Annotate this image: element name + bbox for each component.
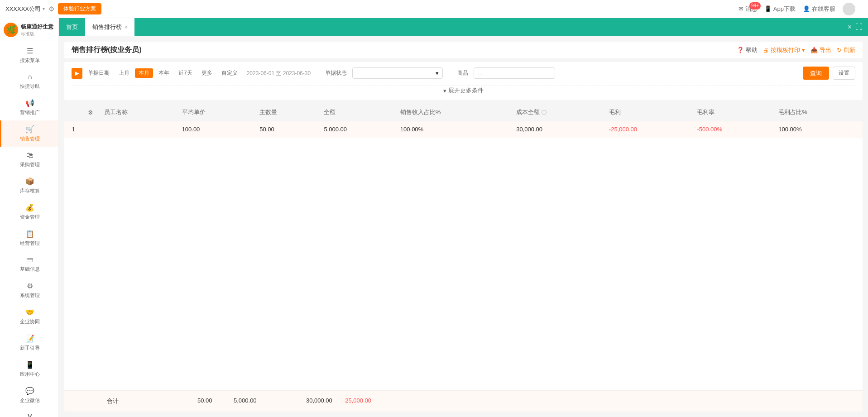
goods-filter-input[interactable]: ... [474,67,555,79]
cell-gross-rate: -500.00% [691,121,773,138]
chevron-down-icon: ▾ [43,6,45,11]
footer-amount: 5,000.00 [228,394,264,408]
print-button[interactable]: 🖨 按模板打印 ▾ [763,46,805,54]
tab-sales-ranking[interactable]: 销售排行榜 × [85,18,134,36]
company-selector[interactable]: XXXXXX公司 ▾ [5,5,45,13]
col-cost: 成本全额 ⓘ [511,104,604,121]
date-tab-custom[interactable]: 自定义 [218,68,241,78]
status-filter-select[interactable]: ▾ [352,67,443,79]
refresh-button[interactable]: ↻ 刷新 [837,46,855,54]
settings-icon[interactable]: ⚙ [48,5,54,13]
app-download-button[interactable]: 📱 App下载 [764,5,796,13]
goods-input-placeholder: ... [478,70,483,77]
footer-cost: 30,000.00 [301,394,338,408]
sidebar-label-purchase: 采购管理 [20,161,40,168]
cell-cost: 30,000.00 [511,121,604,138]
print-label: 按模板打印 [771,46,800,54]
export-icon: 📤 [810,47,818,53]
date-tabs: 上月 本月 本年 近7天 更多 自定义 [115,68,241,78]
search-menu-icon: ☰ [27,47,33,55]
page-header: 销售排行榜(按业务员) ❓ 帮助 🖨 按模板打印 ▾ 📤 导出 [64,42,863,58]
close-tab-icon[interactable]: × [848,23,852,31]
export-button[interactable]: 📤 导出 [810,46,831,54]
messages-button[interactable]: ✉ 消息 99+ [739,5,757,13]
tab-sales-label: 销售排行榜 [92,23,122,31]
online-service-button[interactable]: 👤 在线客服 [803,5,835,13]
col-gross: 毛利 [604,104,692,121]
online-service-label: 在线客服 [812,5,835,13]
cell-gross-pct: 100.00% [773,121,863,138]
fullscreen-icon[interactable]: ⛶ [855,23,863,31]
filter-toggle-button[interactable]: ▶ [72,68,82,79]
appstore-icon: 📱 [25,360,34,369]
sidebar-item-cooperation[interactable]: 🤝 企业协同 [0,303,58,330]
sidebar-item-finance[interactable]: 💰 资金管理 [0,199,58,225]
date-tab-this-month[interactable]: 本月 [135,68,153,78]
expand-conditions-button[interactable]: ▾ 展开更多条件 [443,86,484,95]
sidebar-item-quicknav[interactable]: ⌂ 快捷导航 [0,68,58,94]
sidebar-item-basic-info[interactable]: 🗃 基础信息 [0,251,58,277]
app-download-label: App下载 [773,5,796,13]
sidebar: 🌿 畅康通好生意 标准版 ☰ 搜索菜单 ⌂ 快捷导航 📢 营销推广 🛒 销售管理… [0,18,59,417]
avatar[interactable] [843,3,855,15]
sidebar-item-management[interactable]: 📋 经营管理 [0,225,58,251]
col-amount: 全额 [318,104,394,121]
page-title: 销售排行榜(按业务员) [72,45,142,55]
date-tab-7days[interactable]: 近7天 [175,68,196,78]
sidebar-label-wechat: 企业微信 [20,397,40,404]
management-icon: 📋 [25,230,34,238]
basic-info-icon: 🗃 [26,256,34,264]
col-avg-price: 平均单价 [177,104,254,121]
sidebar-item-wechat[interactable]: 💬 企业微信 [0,382,58,408]
sidebar-item-member[interactable]: V 畅会员 [0,408,58,417]
main-layout: 🌿 畅康通好生意 标准版 ☰ 搜索菜单 ⌂ 快捷导航 📢 营销推广 🛒 销售管理… [0,18,868,417]
cell-quantity: 50.00 [254,121,318,138]
footer-quantity: 50.00 [192,394,228,408]
trial-button[interactable]: 体验行业方案 [58,3,101,14]
date-tab-this-year[interactable]: 本年 [155,68,173,78]
refresh-label: 刷新 [844,46,855,54]
expand-icon: ▾ [443,87,446,94]
wechat-icon: 💬 [25,387,34,395]
page-content: 销售排行榜(按业务员) ❓ 帮助 🖨 按模板打印 ▾ 📤 导出 [59,36,868,417]
header-row: ⚙ 员工名称 平均单价 主数量 全额 销售收入占比% 成本全额 ⓘ [64,104,863,121]
sidebar-item-newbie[interactable]: 📝 新手引导 [0,330,58,356]
cell-avg-price: 100.00 [177,121,254,138]
logo-text: 畅康通好生意 [21,23,53,31]
sidebar-label-finance: 资金管理 [20,214,40,220]
query-button[interactable]: 查询 [803,67,829,80]
print-icon: 🖨 [763,47,769,53]
sidebar-logo: 🌿 畅康通好生意 标准版 [0,18,58,42]
col-rank [64,104,82,121]
sidebar-item-system[interactable]: ⚙ 系统管理 [0,277,58,303]
sidebar-label-appstore: 应用中心 [20,371,40,378]
sidebar-item-appstore[interactable]: 📱 应用中心 [0,356,58,382]
table-header: ⚙ 员工名称 平均单价 主数量 全额 销售收入占比% 成本全额 ⓘ [64,104,863,121]
tab-bar-actions: × ⛶ [848,23,868,31]
table-row: 1 100.00 50.00 5,000.00 100.00% 30,000.0… [64,121,863,138]
goods-filter-label: 商品 [457,69,468,77]
sidebar-label-search: 搜索菜单 [20,57,40,64]
date-tab-more[interactable]: 更多 [198,68,216,78]
table-footer: 合计 50.00 5,000.00 30,000.00 -25,000.00 [64,390,863,412]
col-settings[interactable]: ⚙ [82,104,99,121]
sidebar-item-inventory[interactable]: 📦 库存核算 [0,173,58,199]
sidebar-item-sales[interactable]: 🛒 销售管理 [0,120,58,147]
sidebar-item-search[interactable]: ☰ 搜索菜单 [0,42,58,68]
sidebar-item-marketing[interactable]: 📢 营销推广 [0,94,58,120]
table-body: 1 100.00 50.00 5,000.00 100.00% 30,000.0… [64,121,863,138]
setting-button[interactable]: 设置 [833,67,855,80]
footer-gross-rate [377,394,413,408]
tab-home[interactable]: 首页 [59,18,85,36]
tab-close-icon[interactable]: × [125,24,127,30]
help-button[interactable]: ❓ 帮助 [737,46,758,54]
export-label: 导出 [820,46,831,54]
cell-name [99,121,177,138]
sidebar-label-quicknav: 快捷导航 [20,83,40,90]
date-tab-last-month[interactable]: 上月 [115,68,133,78]
sidebar-item-purchase[interactable]: 🛍 采购管理 [0,147,58,173]
date-filter-label: 单据日期 [88,69,110,77]
logo-icon: 🌿 [4,23,18,37]
print-dropdown-icon[interactable]: ▾ [802,47,805,53]
footer-settings [88,394,101,408]
